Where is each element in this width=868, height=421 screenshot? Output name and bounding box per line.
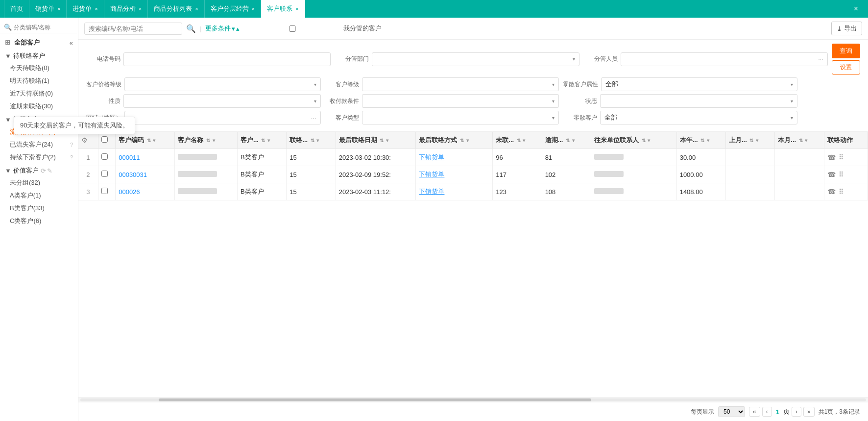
sidebar-item-class-b[interactable]: B类客户(33) — [0, 202, 78, 215]
nav-tab-home[interactable]: 首页 — [4, 0, 29, 18]
sidebar-item-ungrouped[interactable]: 未分组(32) — [0, 176, 78, 189]
customer-code-link-2[interactable]: 000026 — [119, 188, 140, 196]
sidebar-collapse-icon[interactable]: « — [70, 39, 73, 47]
code-sort-icon[interactable]: ⇅ — [147, 138, 151, 143]
edit-icon-value[interactable]: ✎ — [47, 167, 52, 174]
close-purchase-tab[interactable]: × — [95, 6, 97, 12]
next-page-button[interactable]: › — [792, 407, 801, 417]
nav-tab-analysis-list[interactable]: 商品分析列表 × — [148, 0, 204, 18]
scattered-select[interactable]: 全部 ▾ — [600, 111, 797, 124]
search-input[interactable] — [84, 23, 182, 35]
contact-filter-icon[interactable]: ▾ — [316, 138, 319, 143]
nav-tab-customer-tier[interactable]: 客户分层经营 × — [205, 0, 261, 18]
action-chat-icon-2[interactable]: ☎ — [827, 188, 836, 196]
scrollbar-thumb[interactable] — [159, 398, 591, 401]
last-method-link-1[interactable]: 下销货单 — [419, 171, 444, 178]
customer-code-link-0[interactable]: 000011 — [119, 154, 140, 161]
payment-select[interactable]: ▾ — [362, 94, 559, 108]
action-more-icon-2[interactable]: ⠿ — [839, 188, 844, 196]
row-select-checkbox-0[interactable] — [101, 153, 108, 160]
horizontal-scrollbar[interactable] — [78, 397, 868, 402]
prev-page-button[interactable]: ‹ — [762, 407, 772, 417]
more-conditions-button[interactable]: 更多条件 ▾ ▴ — [205, 24, 240, 33]
close-customer-tier-tab[interactable]: × — [252, 6, 255, 12]
customer-tier-select[interactable]: ▾ — [362, 77, 559, 91]
sidebar-item-class-c[interactable]: C类客户(6) — [0, 215, 78, 227]
settings-button[interactable]: 设置 — [832, 60, 860, 74]
refresh-icon-value[interactable]: ⟳ — [41, 167, 46, 174]
sidebar-item-class-a[interactable]: A类客户(1) — [0, 189, 78, 202]
this-year-sort-icon[interactable]: ⇅ — [700, 138, 704, 143]
last-method-link-0[interactable]: 下销货单 — [419, 153, 444, 161]
sidebar-group-pending[interactable]: ▼ 待联络客户 — [0, 49, 78, 62]
code-filter-icon[interactable]: ▾ — [153, 138, 155, 143]
this-month-sort-icon[interactable]: ⇅ — [799, 138, 803, 143]
customer-type-select[interactable]: ▾ — [362, 111, 559, 124]
scattered-attr-select[interactable]: 全部 ▾ — [601, 77, 797, 91]
this-year-filter-icon[interactable]: ▾ — [707, 138, 709, 143]
help-icon-declining[interactable]: ? — [70, 154, 73, 160]
sidebar-item-churned[interactable]: 已流失客户(24) ? — [0, 138, 78, 151]
sidebar-item-overdue[interactable]: 逾期未联络(30) — [0, 100, 78, 113]
page-size-select[interactable]: 50 20 100 — [718, 406, 745, 417]
last-date-filter-icon[interactable]: ▾ — [386, 138, 388, 143]
unlink-sort-icon[interactable]: ⇅ — [517, 138, 521, 143]
window-close-button[interactable]: × — [848, 4, 864, 13]
region-select[interactable]: ··· — [124, 111, 321, 124]
nav-tab-analysis[interactable]: 商品分析 × — [104, 0, 148, 18]
last-page-button[interactable]: » — [803, 407, 815, 417]
region-more-dots[interactable]: ··· — [311, 114, 316, 122]
price-tier-select[interactable]: ▾ — [124, 77, 321, 91]
filter-search-button[interactable]: 🔍 — [186, 24, 196, 33]
query-button[interactable]: 查询 — [832, 44, 860, 58]
phone-input[interactable] — [123, 52, 331, 66]
manager-more-dots[interactable]: ··· — [818, 55, 823, 63]
name-filter-icon[interactable]: ▾ — [213, 138, 215, 143]
last-method-sort-icon[interactable]: ⇅ — [460, 138, 464, 143]
select-all-checkbox[interactable] — [101, 136, 108, 143]
sidebar-item-declining[interactable]: 持续下滑客户(2) ? — [0, 151, 78, 164]
name-sort-icon[interactable]: ⇅ — [206, 138, 210, 143]
last-date-sort-icon[interactable]: ⇅ — [380, 138, 384, 143]
action-chat-icon-0[interactable]: ☎ — [827, 153, 836, 161]
type-sort-icon[interactable]: ⇅ — [261, 138, 265, 143]
action-more-icon-1[interactable]: ⠿ — [839, 171, 844, 178]
sidebar-all-customers[interactable]: ⊞ 全部客户 « — [0, 36, 78, 49]
close-analysis-list-tab[interactable]: × — [195, 6, 198, 12]
sidebar-group-value[interactable]: ▼ 价值客户 ⟳ ✎ — [0, 164, 78, 176]
contact-person-filter-icon[interactable]: ▾ — [648, 138, 650, 143]
nature-select[interactable]: ▾ — [123, 94, 321, 108]
first-page-button[interactable]: « — [749, 407, 760, 417]
action-more-icon-0[interactable]: ⠿ — [839, 153, 844, 161]
last-month-filter-icon[interactable]: ▾ — [756, 138, 758, 143]
column-settings-button[interactable]: ⚙ — [81, 136, 88, 144]
manager-select[interactable]: ··· — [621, 52, 828, 66]
row-select-checkbox-1[interactable] — [101, 171, 108, 177]
overdue-sort-icon[interactable]: ⇅ — [566, 138, 570, 143]
action-chat-icon-1[interactable]: ☎ — [827, 171, 836, 178]
nav-tab-customer-contact[interactable]: 客户联系 × — [261, 0, 305, 18]
my-customers-checkbox[interactable] — [243, 25, 341, 32]
help-icon-churned[interactable]: ? — [70, 142, 73, 148]
contact-person-sort-icon[interactable]: ⇅ — [642, 138, 646, 143]
type-filter-icon[interactable]: ▾ — [267, 138, 270, 143]
sidebar-search-icon[interactable]: 🔍 — [4, 24, 12, 31]
customer-code-link-1[interactable]: 00030031 — [119, 171, 147, 178]
nav-tab-purchase[interactable]: 进货单 × — [67, 0, 104, 18]
contact-sort-icon[interactable]: ⇅ — [311, 138, 314, 143]
sidebar-item-7days[interactable]: 近7天待联络(0) — [0, 87, 78, 100]
sidebar-item-tomorrow[interactable]: 明天待联络(1) — [0, 74, 78, 87]
export-button[interactable]: ⤓ 导出 — [831, 22, 862, 35]
row-select-checkbox-2[interactable] — [101, 188, 108, 194]
this-month-filter-icon[interactable]: ▾ — [805, 138, 807, 143]
close-customer-contact-tab[interactable]: × — [295, 6, 298, 12]
close-sales-tab[interactable]: × — [57, 6, 60, 12]
status-select[interactable]: ▾ — [600, 94, 797, 108]
dept-select[interactable]: ▾ — [372, 52, 579, 66]
last-method-link-2[interactable]: 下销货单 — [419, 188, 444, 195]
last-method-filter-icon[interactable]: ▾ — [466, 138, 469, 143]
close-analysis-tab[interactable]: × — [139, 6, 142, 12]
sidebar-item-today[interactable]: 今天待联络(0) — [0, 62, 78, 74]
unlink-filter-icon[interactable]: ▾ — [523, 138, 525, 143]
overdue-filter-icon[interactable]: ▾ — [572, 138, 575, 143]
